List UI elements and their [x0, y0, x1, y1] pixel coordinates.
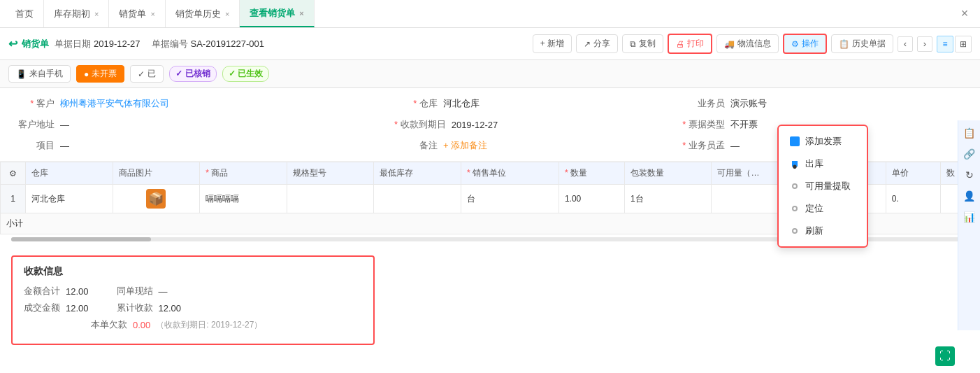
tab-home-label: 首页	[15, 8, 34, 20]
available-qty-icon	[792, 183, 798, 189]
due-label: 本单欠款	[91, 318, 127, 331]
badge-shengxiao: ✓ 已生效	[222, 66, 269, 82]
row-warehouse: 河北仓库	[26, 185, 113, 213]
tab-sales-order-label: 销货单	[119, 8, 146, 20]
note-add-btn[interactable]: + 添加备注	[443, 139, 487, 152]
plus-icon: +	[443, 140, 451, 150]
locate-icon	[792, 206, 798, 211]
tab-inventory-label: 库存期初	[54, 8, 90, 20]
due-date-label: 收款到期日	[394, 118, 452, 131]
warehouse-value: 河北仓库	[443, 97, 480, 110]
tab-view-sales-label: 查看销货单	[250, 7, 295, 20]
tab-inventory-close[interactable]: ×	[94, 10, 99, 18]
address-value: —	[60, 120, 69, 130]
salesman-value: —	[730, 141, 740, 151]
dropdown-locate[interactable]: 定位	[779, 197, 867, 220]
col-pkg-qty: 包装数量	[624, 162, 712, 185]
doc-date-value: 2019-12-27	[94, 38, 140, 49]
invoice-label: 票据类型	[682, 118, 730, 131]
project-value: —	[60, 141, 69, 151]
project-label: 项目	[11, 139, 60, 152]
deal-amount-value: 12.00	[66, 303, 89, 314]
grid-view-btn[interactable]: ⊞	[955, 36, 972, 52]
tab-sales-order-close[interactable]: ×	[150, 10, 154, 18]
operations-button[interactable]: ⚙ 操作	[783, 34, 827, 54]
same-order-label: 同单现结	[117, 285, 153, 297]
logistics-button[interactable]: 🚚 物流信息	[716, 34, 779, 53]
sidebar-icon-refresh[interactable]: ↻	[960, 165, 979, 185]
logistics-icon: 🚚	[724, 39, 735, 49]
payment-row-2: 成交金额 12.00 累计收款 12.00	[24, 302, 362, 314]
doc-icon: ↩	[8, 37, 17, 50]
dropdown-refresh[interactable]: 刷新	[779, 220, 867, 242]
new-button[interactable]: + 新增	[533, 34, 572, 53]
history-button[interactable]: 📋 历史单据	[831, 34, 893, 53]
sidebar-icon-user[interactable]: 👤	[960, 186, 979, 206]
cumulative-value: 12.00	[159, 303, 182, 314]
check-circle-icon: ✓	[175, 69, 182, 78]
deal-amount-field: 成交金额 12.00	[24, 302, 89, 314]
product-image: 📦	[146, 189, 166, 209]
doc-type-label: 销货单	[22, 38, 49, 50]
tab-view-sales-close[interactable]: ×	[299, 9, 303, 17]
dropdown-add-invoice[interactable]: 添加发票	[779, 130, 867, 153]
col-qty: * 数量	[559, 162, 624, 185]
warehouse-label: 仓库	[394, 97, 443, 110]
next-arrow[interactable]: ›	[917, 36, 932, 52]
prev-arrow[interactable]: ‹	[898, 36, 913, 52]
form-row-1: 客户 柳州粤港平安气体有限公司 仓库 河北仓库 业务员 演示账号	[11, 95, 969, 112]
tab-view-sales[interactable]: 查看销货单 ×	[240, 0, 314, 27]
address-label: 客户地址	[11, 118, 60, 131]
tab-home[interactable]: 首页	[6, 0, 44, 27]
tab-sales-history-label: 销货单历史	[175, 8, 221, 20]
sidebar-icon-clipboard[interactable]: 📋	[960, 123, 979, 143]
row-qty: 1.00	[559, 185, 624, 213]
window-close-button[interactable]: ×	[955, 4, 974, 24]
print-icon: 🖨	[676, 39, 684, 49]
copy-button[interactable]: ⧉ 复制	[622, 34, 663, 53]
confirmed-button[interactable]: ✓ 已	[130, 65, 164, 83]
doc-meta: 单据日期 2019-12-27 单据编号 SA-20191227-001	[55, 38, 527, 50]
refresh-icon	[792, 228, 798, 234]
due-value: 0.00	[133, 320, 150, 330]
project-field: 项目 —	[11, 137, 394, 154]
col-spec: 规格型号	[287, 162, 374, 185]
col-product: * 商品	[200, 162, 287, 185]
phone-icon: 📱	[16, 69, 27, 79]
cumulative-label: 累计收款	[117, 302, 153, 314]
print-button[interactable]: 🖨 打印	[668, 34, 712, 54]
share-button[interactable]: ↗ 分享	[576, 34, 618, 53]
tab-sales-history-close[interactable]: ×	[225, 10, 229, 18]
row-pkg-qty: 1台	[624, 185, 712, 213]
row-image: 📦	[113, 185, 200, 213]
dropdown-available-qty[interactable]: 可用量提取	[779, 175, 867, 197]
payment-title: 收款信息	[24, 265, 362, 278]
doc-no-label: 单据编号	[152, 38, 188, 50]
row-min-stock	[374, 185, 461, 213]
tab-inventory[interactable]: 库存期初 ×	[44, 0, 109, 27]
checkmark-icon: ✓	[229, 69, 236, 78]
from-phone-button[interactable]: 📱 来自手机	[8, 65, 71, 83]
same-order-value: —	[159, 286, 168, 297]
main-toolbar: ↩ 销货单 单据日期 2019-12-27 单据编号 SA-20191227-0…	[0, 28, 980, 60]
badge-hexiao: ✓ 已核销	[169, 66, 216, 82]
expand-button[interactable]: ⛶	[935, 346, 955, 366]
total-label: 金额合计	[24, 285, 60, 297]
not-open-button[interactable]: ● 未开票	[76, 65, 124, 83]
tab-sales-order[interactable]: 销货单 ×	[109, 0, 165, 27]
row-no: 1	[1, 185, 26, 213]
tab-bar: 首页 库存期初 × 销货单 × 销货单历史 × 查看销货单 × ×	[0, 0, 980, 28]
dropdown-outbound[interactable]: ● 出库	[779, 153, 867, 175]
col-min-stock: 最低库存	[374, 162, 461, 185]
scroll-thumb[interactable]	[11, 237, 151, 241]
doc-title: ↩ 销货单	[8, 37, 49, 50]
deal-amount-label: 成交金额	[24, 302, 60, 314]
customer-value[interactable]: 柳州粤港平安气体有限公司	[60, 97, 169, 110]
outbound-icon: ●	[792, 161, 798, 167]
tab-sales-history[interactable]: 销货单历史 ×	[166, 0, 240, 27]
sidebar-icon-link[interactable]: 🔗	[960, 144, 979, 164]
row-spec	[287, 185, 374, 213]
check-icon: ✓	[138, 69, 145, 79]
sidebar-icon-chart[interactable]: 📊	[960, 207, 979, 227]
list-view-btn[interactable]: ≡	[937, 36, 953, 52]
